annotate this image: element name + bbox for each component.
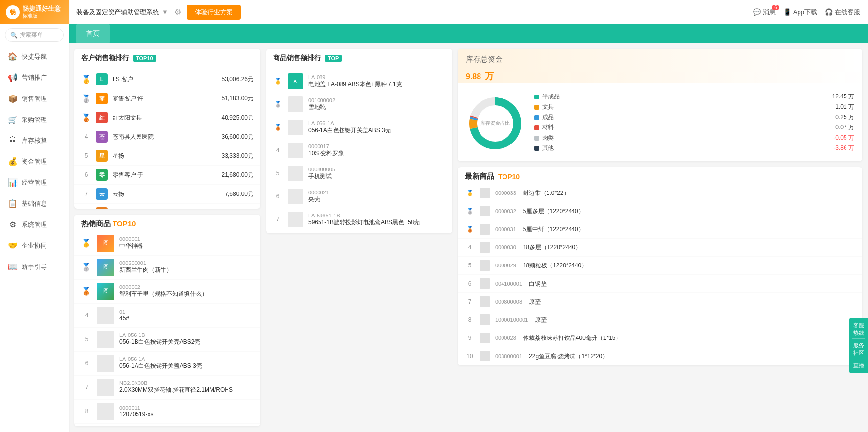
search-menu-button[interactable]: 🔍 搜索菜单: [5, 28, 64, 42]
newest-product-item: 6 004100001 白钢垫: [458, 275, 862, 293]
avatar: 星: [96, 150, 108, 162]
settings-icon[interactable]: ⚙: [174, 7, 181, 17]
middle-column: 商品销售额排行 TOP 🥇 Ai LA-089 电池盖 LA-089 ABS本色…: [266, 49, 452, 426]
sidebar-item-inventory[interactable]: 🏛 库存核算: [0, 130, 69, 151]
system-selector[interactable]: 装备及固定资产辅助管理系统 ▼: [76, 8, 168, 17]
donut-chart: 库存资金占比: [466, 94, 525, 153]
rank-number: 4: [273, 147, 283, 154]
legend-item: 成品 0.25 万: [534, 113, 854, 121]
hot-product-item: 9 KK-SD22110H 花语萌恒温分腿睡袋（厚款）: [74, 424, 260, 426]
product-img: [288, 189, 303, 204]
product-rank-item: 7 LA-59651-1B 59651-1B旋转投影灯电池盒ABS黑色+58壳: [266, 208, 452, 231]
dropdown-icon[interactable]: ▼: [162, 8, 168, 16]
left-column: 客户销售额排行 TOP10 🥇 L LS 客户 53,006.26元 🥈 零 零…: [74, 49, 260, 426]
legend-item: 其他 -3.86 万: [534, 144, 854, 152]
product-details: 0000002 智利车子里（规格不知道填什么）: [119, 284, 253, 298]
enterprise-icon: 🤝: [8, 241, 18, 250]
gold-medal-icon: 🥇: [273, 78, 283, 85]
sidebar-item-purchase[interactable]: 🛒 采购管理: [0, 109, 69, 130]
messages-button[interactable]: 💬 消息 6: [753, 8, 776, 17]
newest-products-header: 最新商品 TOP10: [458, 167, 862, 184]
rank-number: 9: [465, 335, 475, 341]
product-name: 18颗粒板（1220*2440）: [523, 262, 855, 270]
system-icon: ⚙: [8, 220, 18, 229]
cs-hotline-button[interactable]: 客服 热线: [852, 320, 865, 339]
rank-number: 7: [81, 384, 92, 391]
product-name: 5厘中纤（1220*2440）: [523, 225, 855, 234]
rank-item: 8 肖 肖总 7,563.00元: [74, 204, 260, 209]
product-code: 000500001: [119, 260, 253, 266]
app-download-label: App下载: [793, 8, 817, 17]
sidebar-item-marketing[interactable]: 📢 营销推广: [0, 67, 69, 88]
product-thumbnail: 图: [97, 235, 114, 252]
hot-product-item: 🥇 图 0000001 中华神器: [74, 232, 260, 256]
product-img: [480, 314, 490, 325]
customer-name: 红太阳文具: [113, 114, 217, 122]
product-details: 0000001 中华神器: [119, 236, 253, 250]
product-img: [288, 166, 303, 181]
sidebar-item-system[interactable]: ⚙ 系统管理: [0, 214, 69, 235]
newest-title: 最新商品: [465, 172, 494, 181]
cs-community-button[interactable]: 服务 社区: [852, 340, 865, 359]
product-details: 01 45#: [119, 309, 253, 322]
legend-color: [534, 125, 539, 130]
sidebar-item-enterprise[interactable]: 🤝 企业协同: [0, 235, 69, 256]
legend-color: [534, 115, 539, 120]
sidebar-item-sales[interactable]: 📦 销售管理: [0, 88, 69, 109]
product-thumbnail: [97, 379, 114, 396]
customer-value: 7,680.00元: [225, 190, 253, 198]
sidebar-item-label: 经营管理: [22, 178, 47, 187]
headset-icon: 🎧: [825, 8, 833, 16]
sidebar-item-label: 基础信息: [22, 199, 47, 208]
product-name: 原垄: [535, 316, 855, 324]
newest-product-item: 🥉 0000031 5厘中纤（1220*2440）: [458, 220, 862, 239]
sidebar-item-quick-nav[interactable]: 🏠 快捷导航: [0, 46, 69, 67]
hot-product-item: 6 LA-056-1A 056-1A白色按键开关盖ABS 3壳: [74, 352, 260, 376]
message-icon: 💬: [753, 8, 761, 16]
gold-medal-icon: 🥇: [81, 239, 92, 248]
inventory-unit: 万: [485, 72, 494, 81]
product-code: 0000028: [495, 335, 516, 341]
product-name: 智利车子里（规格不知道填什么）: [119, 290, 253, 298]
chart-label: 库存资金占比: [480, 120, 510, 127]
product-thumbnail: 图: [97, 283, 114, 300]
online-service-button[interactable]: 🎧 在线客服: [825, 8, 860, 17]
logo-name: 畅捷通好生意: [23, 5, 61, 13]
legend-item: 肉类 -0.05 万: [534, 134, 854, 142]
product-name: 10S 变料罗浆: [308, 149, 445, 158]
product-info: 001000002 雪地靴: [308, 97, 445, 112]
cs-live-button[interactable]: 直播: [852, 360, 865, 371]
product-img: [480, 278, 490, 289]
product-thumbnail: [97, 331, 114, 348]
rank-number: 8: [81, 408, 92, 415]
newest-product-item: 10 003800001 22g鱼豆腐·烧烤味（1*12*20）: [458, 347, 862, 365]
inventory-chart: 库存资金占比 半成品 12.45 万: [466, 93, 854, 154]
sidebar-item-operations[interactable]: 📊 经营管理: [0, 172, 69, 193]
tab-home-label: 首页: [86, 29, 100, 38]
sidebar-item-guide[interactable]: 📖 新手引导: [0, 256, 69, 277]
app-download-button[interactable]: 📱 App下载: [783, 8, 817, 17]
trial-button[interactable]: 体验行业方案: [187, 5, 241, 20]
product-code: 000800008: [495, 299, 522, 305]
legend-item: 半成品 12.45 万: [534, 93, 854, 101]
hot-product-item: 5 LA-056-1B 056-1B白色按键开关壳ABS2壳: [74, 328, 260, 352]
avatar: 零: [96, 169, 108, 181]
sidebar-item-label: 库存核算: [22, 136, 47, 145]
rank-number: 7: [465, 298, 475, 305]
customer-ranking-body: 🥇 L LS 客户 53,006.26元 🥈 零 零售客户·许 51,183.0…: [74, 68, 260, 209]
silver-medal-icon: 🥈: [273, 101, 283, 108]
avatar: 红: [96, 112, 108, 123]
product-img: [480, 224, 490, 235]
product-name: 夹壳: [308, 195, 445, 204]
tab-home[interactable]: 首页: [76, 24, 110, 43]
sidebar-item-basic-info[interactable]: 📋 基础信息: [0, 193, 69, 214]
newest-top-label: TOP10: [498, 173, 520, 181]
sidebar-item-label: 企业协同: [22, 241, 47, 250]
sidebar-item-finance[interactable]: 💰 资金管理: [0, 151, 69, 172]
product-details: LA-056-1A 056-1A白色按键开关盖ABS 3壳: [119, 356, 253, 370]
product-code: 0000002: [119, 284, 253, 290]
cs-live-label: 直播: [853, 362, 864, 369]
product-thumbnail: [97, 403, 114, 420]
product-info: 0000021 夹壳: [308, 190, 445, 204]
customer-value: 51,183.00元: [222, 95, 253, 103]
